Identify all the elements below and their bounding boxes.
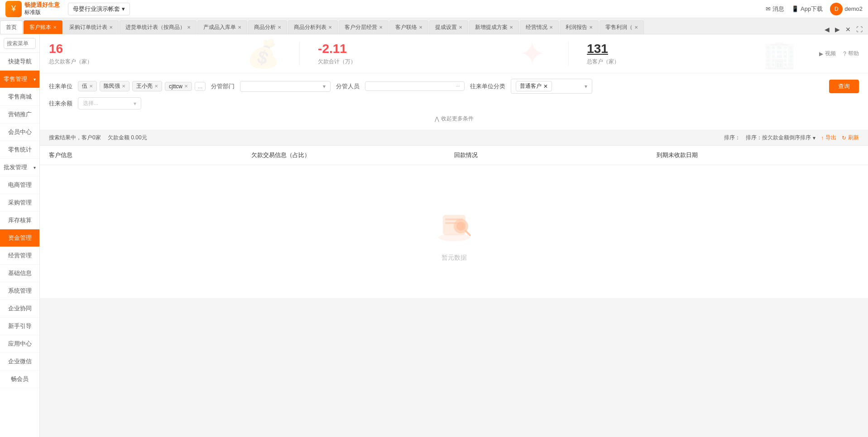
remove-tag-wang[interactable]: ✕ xyxy=(154,84,158,89)
table-header: 客户信息 欠款交易信息（占比） 回款情况 到期未收款日期 xyxy=(40,146,868,165)
close-icon[interactable]: ✕ xyxy=(53,25,57,30)
stat-all-customers: 🏢 131 总客户（家） xyxy=(569,42,819,66)
tab-customer-contact[interactable]: 客户联络 ✕ xyxy=(389,20,428,34)
tab-prev-button[interactable]: ◀ xyxy=(823,25,831,34)
tab-customer-tier[interactable]: 客户分层经营 ✕ xyxy=(339,20,388,34)
sidebar-item-purchase[interactable]: 采购管理 xyxy=(0,194,39,212)
table-col-repay: 回款情况 xyxy=(454,151,657,159)
close-icon[interactable]: ✕ xyxy=(109,25,113,30)
search-input[interactable] xyxy=(4,38,36,49)
tab-label: 客户账本 xyxy=(29,24,51,31)
sort-button[interactable]: 排序：按欠款金额倒序排序 ▾ xyxy=(746,134,815,142)
empty-text: 暂元数据 xyxy=(441,254,467,262)
tab-product-analysis-list[interactable]: 商品分析列表 ✕ xyxy=(288,20,338,34)
help-label: 帮助 xyxy=(848,50,859,57)
account-selector[interactable]: 母婴行业演示帐套 ▾ xyxy=(68,3,130,15)
close-icon[interactable]: ✕ xyxy=(549,25,553,30)
tab-home[interactable]: 首页 xyxy=(0,20,23,34)
tab-customer-account[interactable]: 客户账本 ✕ xyxy=(24,20,62,34)
tab-purchase-order[interactable]: 采购订单统计表 ✕ xyxy=(63,20,119,34)
sidebar-item-quick-nav[interactable]: 快捷导航 xyxy=(0,53,39,71)
balance-select[interactable]: 选择... ▾ xyxy=(78,97,141,109)
category-tag-normal: 普通客户 ✕ xyxy=(516,81,552,91)
search-result-text: 搜索结果中，客户0家 xyxy=(49,134,101,141)
tab-next-button[interactable]: ▶ xyxy=(833,25,842,34)
svg-line-6 xyxy=(465,231,470,235)
sidebar: 快捷导航 零售管理 ▾ 零售商城 营销推广 会员中心 零售统计 批发管理 ▾ 电… xyxy=(0,34,40,437)
stat-actions: ▶ 视频 ? 帮助 xyxy=(819,50,859,57)
sidebar-item-finance[interactable]: 资金管理 xyxy=(0,229,39,247)
query-button[interactable]: 查询 xyxy=(829,80,859,93)
close-icon[interactable]: ✕ xyxy=(187,25,191,30)
export-button[interactable]: ↑ 导出 xyxy=(821,134,836,142)
remove-tag-chen[interactable]: ✕ xyxy=(122,84,125,89)
sidebar-item-label: 批发管理 xyxy=(4,163,27,171)
unit-tag-wang: 王小亮 ✕ xyxy=(132,81,162,91)
sidebar-item-retail-mall[interactable]: 零售商城 xyxy=(0,88,39,106)
sidebar-item-operations[interactable]: 经营管理 xyxy=(0,247,39,265)
download-icon: 📱 xyxy=(791,5,799,12)
app-download-label: App下载 xyxy=(801,5,823,13)
remove-tag-cjttcw[interactable]: ✕ xyxy=(184,84,188,89)
category-dropdown[interactable]: 普通客户 ✕ ▾ xyxy=(511,79,592,94)
app-download-button[interactable]: 📱 App下载 xyxy=(791,5,823,13)
remove-tag-wu[interactable]: ✕ xyxy=(89,84,93,89)
tab-commission-settings[interactable]: 提成设置 ✕ xyxy=(429,20,468,34)
sidebar-item-retail-stats[interactable]: 零售统计 xyxy=(0,141,39,159)
close-icon[interactable]: ✕ xyxy=(509,25,513,30)
stat-customers-icon: 💰 xyxy=(249,40,277,67)
sidebar-item-inventory[interactable]: 库存核算 xyxy=(0,212,39,229)
tab-label: 产成品入库单 xyxy=(203,24,236,31)
sidebar-item-ecommerce[interactable]: 电商管理 xyxy=(0,176,39,194)
sidebar-item-member2[interactable]: 畅会员 xyxy=(0,370,39,388)
help-icon: ? xyxy=(843,51,846,57)
tab-close-all-button[interactable]: ✕ xyxy=(844,25,853,34)
close-icon[interactable]: ✕ xyxy=(278,25,281,30)
close-icon[interactable]: ✕ xyxy=(238,25,241,30)
stat-customers-content: 16 总欠款客户（家） xyxy=(49,42,92,66)
video-button[interactable]: ▶ 视频 xyxy=(819,50,836,57)
tab-label: 商品分析列表 xyxy=(294,24,326,31)
sidebar-item-app-center[interactable]: 应用中心 xyxy=(0,335,39,353)
close-icon[interactable]: ✕ xyxy=(328,25,332,30)
chevron-up-icon: ⋀ xyxy=(435,116,439,122)
sidebar-item-wholesale[interactable]: 批发管理 ▾ xyxy=(0,159,39,176)
close-icon[interactable]: ✕ xyxy=(634,25,638,30)
sidebar-item-system[interactable]: 系统管理 xyxy=(0,282,39,300)
logo-symbol: ¥ xyxy=(11,4,16,14)
tab-maximize-button[interactable]: ⛶ xyxy=(854,25,864,34)
collapse-button[interactable]: ⋀ 收起更多条件 xyxy=(435,115,474,123)
close-icon[interactable]: ✕ xyxy=(459,25,462,30)
help-button[interactable]: ? 帮助 xyxy=(843,50,859,57)
sidebar-item-wechat[interactable]: 企业微信 xyxy=(0,353,39,370)
person-input[interactable]: ··· xyxy=(365,81,465,91)
remove-category-tag[interactable]: ✕ xyxy=(543,83,548,90)
category-filter-label: 往来单位分类 xyxy=(470,82,505,90)
sidebar-item-basic-info[interactable]: 基础信息 xyxy=(0,265,39,282)
sidebar-item-retail[interactable]: 零售管理 ▾ xyxy=(0,71,39,88)
sidebar-item-marketing[interactable]: 营销推广 xyxy=(0,106,39,124)
close-icon[interactable]: ✕ xyxy=(419,25,422,30)
tab-production-inbound[interactable]: 产成品入库单 ✕ xyxy=(197,20,247,34)
video-icon: ▶ xyxy=(819,51,823,57)
tab-label: 客户分层经营 xyxy=(345,24,377,31)
user-profile[interactable]: D demo2 xyxy=(830,3,863,15)
stat-all-customers-value: 131 xyxy=(587,42,619,56)
tab-product-analysis[interactable]: 商品分析 ✕ xyxy=(248,20,287,34)
sidebar-item-guide[interactable]: 新手引导 xyxy=(0,318,39,335)
tab-inbound-stats[interactable]: 进货单统计表（按商品） ✕ xyxy=(120,20,197,34)
tab-retail-profit[interactable]: 零售利润（ ✕ xyxy=(599,20,644,34)
sidebar-item-enterprise[interactable]: 企业协同 xyxy=(0,300,39,318)
refresh-button[interactable]: ↻ 刷新 xyxy=(842,134,859,142)
tab-profit-report[interactable]: 利润报告 ✕ xyxy=(560,20,599,34)
sidebar-item-member[interactable]: 会员中心 xyxy=(0,124,39,141)
message-button[interactable]: ✉ 消息 xyxy=(766,5,784,13)
close-icon[interactable]: ✕ xyxy=(589,25,593,30)
tag-label: 陈民强 xyxy=(104,82,120,90)
tab-business-status[interactable]: 经营情况 ✕ xyxy=(520,20,559,34)
dept-dropdown[interactable]: ▾ xyxy=(240,81,331,92)
close-icon[interactable]: ✕ xyxy=(379,25,383,30)
tab-new-commission[interactable]: 新增提成方案 ✕ xyxy=(469,20,519,34)
stat-debt-value: -2.11 xyxy=(318,42,356,56)
more-tags-button[interactable]: ... xyxy=(195,82,206,91)
